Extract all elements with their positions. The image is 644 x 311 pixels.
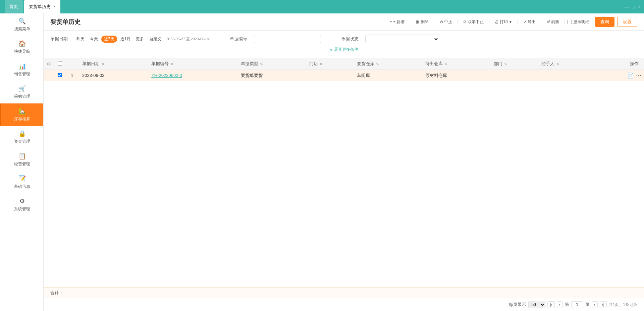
minimize-icon[interactable]: — xyxy=(625,4,629,9)
column-settings-icon[interactable]: ⚙ xyxy=(47,61,51,66)
row-edit-button[interactable]: 📄 xyxy=(627,72,634,79)
th-req-warehouse[interactable]: 要货仓库 ⇅ xyxy=(354,58,422,70)
display-detail-checkbox[interactable] xyxy=(568,20,572,24)
sidebar-item-search[interactable]: 🔍 搜索菜单 xyxy=(0,13,43,36)
page-title: 要货单历史 xyxy=(50,18,80,26)
close-icon[interactable]: × xyxy=(638,4,641,9)
export-label: 导出 xyxy=(528,19,536,25)
per-page-label: 每页显示 xyxy=(509,302,526,308)
stop-label: 中止 xyxy=(444,19,452,25)
total-info: 共1页，1条记录 xyxy=(609,302,637,308)
export-button[interactable]: ↗ 导出 xyxy=(521,18,538,26)
expand-more-btn[interactable]: ∨ 展开更多条件 xyxy=(328,45,360,54)
row-settings xyxy=(44,70,54,81)
date-btn-more[interactable]: 更多 xyxy=(134,36,146,43)
last-page-button[interactable]: ›| xyxy=(600,301,607,308)
inventory-icon: 🏡 xyxy=(18,107,26,115)
docno-filter-label: 单据编号 xyxy=(230,36,247,42)
display-detail-text: 显示明细 xyxy=(573,19,589,25)
pagination: 每页显示 10 20 50 100 |‹ ‹ 第 页 › ›| 共1页，1条记录 xyxy=(44,298,644,311)
refresh-icon: ↺ xyxy=(547,19,550,24)
th-settings: ⚙ xyxy=(44,58,54,70)
sort-handler-icon: ⇅ xyxy=(556,62,559,66)
date-btn-7days[interactable]: 近7天 xyxy=(101,36,117,43)
operations-icon: 📋 xyxy=(18,152,26,160)
next-page-button[interactable]: › xyxy=(592,301,598,308)
refresh-button[interactable]: ↺ 刷新 xyxy=(544,18,562,26)
sidebar-item-finance[interactable]: 🔒 资金管理 xyxy=(0,126,43,148)
cancel-stop-button[interactable]: ⊘ 取消中止 xyxy=(461,18,486,26)
quicknav-icon: 🏠 xyxy=(18,40,26,47)
docstatus-filter-label: 单据状态 xyxy=(341,36,359,42)
refresh-label: 刷新 xyxy=(551,19,559,25)
sidebar-item-finance-label: 资金管理 xyxy=(14,139,30,144)
print-button[interactable]: 🖨 打印 ▼ xyxy=(492,18,515,26)
sidebar-item-quicknav[interactable]: 🏠 快捷导航 xyxy=(0,36,43,58)
total-label: 合计： xyxy=(50,290,63,296)
th-handler[interactable]: 经手人 ⇅ xyxy=(538,58,596,70)
tab-home[interactable]: 首页 xyxy=(5,0,23,13)
sidebar-item-basicinfo-label: 基础信息 xyxy=(14,184,30,189)
sidebar-item-sales-label: 销售管理 xyxy=(14,71,30,77)
tab-active-label: 要货单历史 xyxy=(29,4,51,10)
select-all-checkbox[interactable] xyxy=(58,61,62,65)
delete-button[interactable]: 🗑 删除 xyxy=(413,18,431,26)
first-page-button[interactable]: |‹ xyxy=(547,301,554,308)
docno-link[interactable]: YH-20230602-0 xyxy=(151,73,182,78)
display-detail-label: 显示明细 xyxy=(568,19,589,25)
sidebar-item-operations[interactable]: 📋 经营管理 xyxy=(0,148,43,171)
sidebar-item-purchase[interactable]: 🛒 采购管理 xyxy=(0,81,43,103)
date-btn-1month[interactable]: 近1月 xyxy=(118,36,133,43)
divider-4 xyxy=(489,19,489,25)
sidebar-item-basicinfo[interactable]: 📝 基础信息 xyxy=(0,171,43,193)
stop-button[interactable]: ⊘ 中止 xyxy=(437,18,455,26)
tab-active[interactable]: 要货单历史 × xyxy=(24,0,60,13)
th-store[interactable]: 门店 ⇅ xyxy=(306,58,354,70)
docstatus-select[interactable] xyxy=(365,35,439,43)
th-docno-label: 单据编号 xyxy=(151,61,169,66)
th-date[interactable]: 单据日期 ⇅ xyxy=(79,58,148,70)
docno-input[interactable] xyxy=(254,35,321,43)
top-bar: 首页 要货单历史 × — □ × xyxy=(0,0,644,13)
query-button[interactable]: 查询 xyxy=(595,17,614,27)
sidebar-item-sales[interactable]: 📊 销售管理 xyxy=(0,58,43,81)
th-dept[interactable]: 部门 ⇅ xyxy=(490,58,538,70)
divider-7 xyxy=(565,19,565,25)
per-page-select[interactable]: 10 20 50 100 xyxy=(528,301,545,308)
prev-page-button[interactable]: ‹ xyxy=(557,301,563,308)
th-ops: 操作 xyxy=(596,58,644,70)
sort-req-warehouse-icon: ⇅ xyxy=(376,62,379,66)
th-docno[interactable]: 单据编号 ⇅ xyxy=(148,58,237,70)
divider-6 xyxy=(541,19,541,25)
th-pending-warehouse-label: 待出仓库 xyxy=(425,61,443,66)
date-btn-today[interactable]: 今天 xyxy=(88,36,100,43)
sidebar-item-system[interactable]: ⚙ 系统管理 xyxy=(0,193,43,216)
new-button[interactable]: + + 新增 xyxy=(387,18,407,26)
expand-more-icon: ∨ xyxy=(330,47,333,52)
th-handler-label: 经手人 xyxy=(541,61,554,66)
th-pending-warehouse[interactable]: 待出仓库 ⇅ xyxy=(422,58,490,70)
page-actions: + + 新增 🗑 删除 ⊘ 中止 ⊘ 取消中止 xyxy=(387,17,637,27)
new-label: + 新增 xyxy=(393,19,405,25)
row-store xyxy=(306,70,354,81)
th-ops-label: 操作 xyxy=(630,61,639,66)
sidebar-item-inventory[interactable]: 🏡 库存核算 xyxy=(0,103,43,126)
row-more-button[interactable]: ⋯ xyxy=(636,72,641,79)
sort-docno-icon: ⇅ xyxy=(171,62,173,66)
tab-close-icon[interactable]: × xyxy=(53,4,56,9)
th-type[interactable]: 单据类型 ⇅ xyxy=(237,58,306,70)
divider-1 xyxy=(410,19,410,25)
date-btn-yesterday[interactable]: 昨天 xyxy=(74,36,87,43)
settings-button[interactable]: 设置 xyxy=(617,17,637,27)
page-number-input[interactable] xyxy=(571,301,583,308)
table-row: 1 2023-06-02 YH-20230602-0 要货单要货 车间库 原材料… xyxy=(44,70,644,81)
row-type: 要货单要货 xyxy=(237,70,306,81)
row-pending-warehouse: 原材料仓库 xyxy=(422,70,490,81)
sort-pending-warehouse-icon: ⇅ xyxy=(444,62,447,66)
th-store-label: 门店 xyxy=(309,61,318,66)
sidebar-item-system-label: 系统管理 xyxy=(14,206,30,212)
row-checkbox[interactable] xyxy=(58,73,62,77)
purchase-icon: 🛒 xyxy=(18,85,26,92)
maximize-icon[interactable]: □ xyxy=(632,4,635,9)
date-btn-custom[interactable]: 自定义 xyxy=(147,36,163,43)
